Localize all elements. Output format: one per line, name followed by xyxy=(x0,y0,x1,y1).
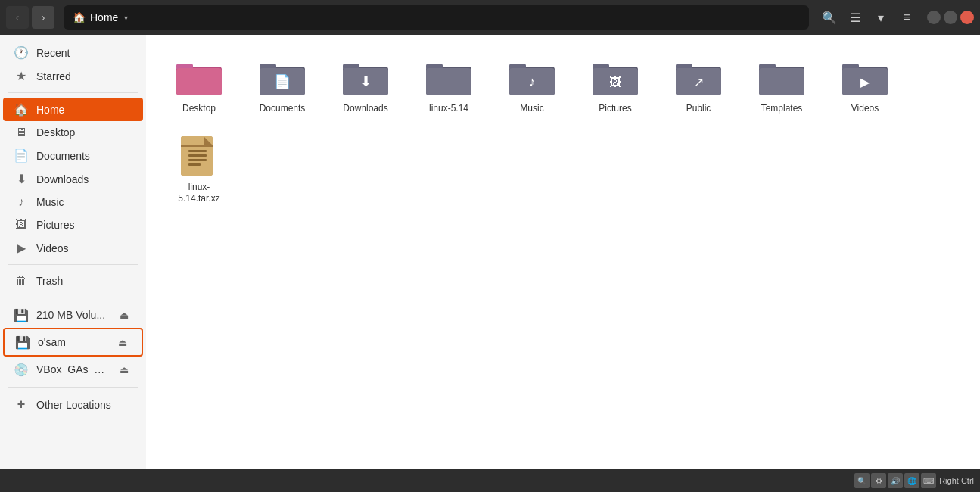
sidebar-item-downloads[interactable]: ⬇ Downloads xyxy=(3,167,143,191)
music-folder-icon: ♪ xyxy=(508,56,556,98)
sidebar-label-pictures: Pictures xyxy=(36,219,132,231)
main-area: 🕐 Recent ★ Starred 🏠 Home 🖥 Desktop xyxy=(0,35,980,469)
sidebar: 🕐 Recent ★ Starred 🏠 Home 🖥 Desktop xyxy=(0,35,146,469)
forward-button[interactable]: › xyxy=(32,6,54,29)
sidebar-item-desktop[interactable]: 🖥 Desktop xyxy=(3,121,143,144)
sidebar-label-other-locations: Other Locations xyxy=(36,399,132,411)
videos-nav-icon: ▶ xyxy=(14,241,29,255)
sidebar-label-osam: o'sam xyxy=(38,336,107,348)
desktop-nav-icon: 🖥 xyxy=(14,126,29,139)
videos-folder-icon: ▶ xyxy=(841,56,889,98)
view-toggle-button[interactable]: ☰ xyxy=(844,6,866,29)
menu-button[interactable]: ≡ xyxy=(895,6,918,29)
file-item-desktop[interactable]: Desktop xyxy=(161,50,237,121)
drive-vbox-icon: 💿 xyxy=(14,363,29,377)
sidebar-item-starred[interactable]: ★ Starred xyxy=(3,64,143,88)
add-location-icon: + xyxy=(14,397,29,413)
eject-osam-button[interactable]: ⏏ xyxy=(114,334,131,350)
linux-514-folder-icon xyxy=(425,56,473,98)
pictures-nav-icon: 🖼 xyxy=(14,218,29,232)
forward-icon: › xyxy=(42,11,45,23)
maximize-button[interactable] xyxy=(944,11,957,24)
music-file-label: Music xyxy=(520,103,543,115)
svg-rect-40 xyxy=(188,163,201,166)
file-item-documents[interactable]: 📄 Documents xyxy=(244,50,320,121)
desktop-folder-icon xyxy=(175,56,223,98)
documents-nav-icon: 📄 xyxy=(14,148,29,163)
downloads-nav-icon: ⬇ xyxy=(14,172,29,186)
linux-514-file-label: linux-5.14 xyxy=(429,103,468,115)
file-item-videos[interactable]: ▶ Videos xyxy=(827,50,903,121)
music-nav-icon: ♪ xyxy=(14,195,29,209)
sidebar-drive-210mb[interactable]: 💾 210 MB Volu... ⏏ xyxy=(3,302,143,328)
view-list-icon: ☰ xyxy=(850,11,860,25)
search-button[interactable]: 🔍 xyxy=(818,6,841,29)
sidebar-label-music: Music xyxy=(36,196,132,208)
location-text: Home xyxy=(90,11,118,23)
documents-file-label: Documents xyxy=(260,103,306,115)
taskbar-icon-4: 🌐 xyxy=(904,473,919,488)
drive-osam-icon: 💾 xyxy=(15,335,30,350)
drive-210mb-icon: 💾 xyxy=(14,308,29,322)
back-icon: ‹ xyxy=(16,11,20,23)
file-item-templates[interactable]: Templates xyxy=(744,50,820,121)
close-button[interactable] xyxy=(960,11,974,24)
file-item-downloads[interactable]: ⬇ Downloads xyxy=(328,50,403,121)
back-button[interactable]: ‹ xyxy=(6,6,29,29)
sidebar-label-210mb: 210 MB Volu... xyxy=(36,309,108,321)
eject-210mb-button[interactable]: ⏏ xyxy=(116,307,132,323)
eject-vbox-button[interactable]: ⏏ xyxy=(116,361,132,378)
sidebar-item-videos[interactable]: ▶ Videos xyxy=(3,236,143,260)
sidebar-label-starred: Starred xyxy=(36,70,132,83)
sidebar-label-home: Home xyxy=(36,104,132,116)
pictures-file-label: Pictures xyxy=(599,103,631,115)
sidebar-item-documents[interactable]: 📄 Documents xyxy=(3,144,143,167)
public-folder-icon: ↗ xyxy=(674,56,723,98)
documents-folder-icon: 📄 xyxy=(258,56,306,98)
chevron-down-icon: ▾ xyxy=(124,14,128,22)
sidebar-places: 🏠 Home 🖥 Desktop 📄 Documents ⬇ Downloads… xyxy=(0,98,146,260)
home-icon: 🏠 xyxy=(73,11,86,23)
svg-text:⬇: ⬇ xyxy=(360,74,372,89)
sidebar-label-videos: Videos xyxy=(36,242,132,254)
sidebar-separator-1 xyxy=(8,92,138,93)
titlebar-actions: 🔍 ☰ ▾ ≡ xyxy=(818,6,918,29)
file-item-linux-tar[interactable]: linux-5.14.tar.xz xyxy=(161,129,237,211)
sidebar-item-pictures[interactable]: 🖼 Pictures xyxy=(3,213,143,236)
downloads-folder-icon: ⬇ xyxy=(341,56,390,98)
sidebar-bookmarks: 🕐 Recent ★ Starred xyxy=(0,41,146,88)
sidebar-item-music[interactable]: ♪ Music xyxy=(3,191,143,213)
file-item-music[interactable]: ♪ Music xyxy=(494,50,570,121)
sidebar-item-home[interactable]: 🏠 Home xyxy=(3,98,143,121)
sidebar-item-recent[interactable]: 🕐 Recent xyxy=(3,41,143,64)
svg-rect-28 xyxy=(759,68,804,95)
minimize-button[interactable] xyxy=(927,11,941,24)
sidebar-other-locations[interactable]: + Other Locations xyxy=(3,392,143,417)
sidebar-separator-4 xyxy=(8,387,138,388)
svg-text:▶: ▶ xyxy=(860,76,870,89)
svg-text:♪: ♪ xyxy=(529,74,536,89)
trash-nav-icon: 🗑 xyxy=(14,274,29,288)
sidebar-drive-osam[interactable]: 💾 o'sam ⏏ xyxy=(3,328,143,357)
sort-icon: ▾ xyxy=(878,11,884,25)
videos-file-label: Videos xyxy=(851,103,879,115)
svg-rect-36 xyxy=(181,145,213,147)
sidebar-drive-vbox[interactable]: 💿 VBox_GAs_6.... ⏏ xyxy=(3,357,143,382)
sidebar-label-downloads: Downloads xyxy=(36,173,132,185)
location-bar[interactable]: 🏠 Home ▾ xyxy=(64,5,809,30)
menu-icon: ≡ xyxy=(903,11,910,24)
search-icon: 🔍 xyxy=(822,11,837,25)
sort-button[interactable]: ▾ xyxy=(870,6,892,29)
file-item-linux-514[interactable]: linux-5.14 xyxy=(411,50,487,121)
pictures-folder-icon: 🖼 xyxy=(591,56,639,98)
svg-rect-39 xyxy=(188,159,207,161)
sidebar-label-desktop: Desktop xyxy=(36,126,132,139)
sidebar-item-trash[interactable]: 🗑 Trash xyxy=(3,269,143,292)
svg-rect-38 xyxy=(188,154,207,157)
file-item-public[interactable]: ↗ Public xyxy=(661,50,736,121)
sidebar-separator-2 xyxy=(8,264,138,265)
linux-tar-file-label: linux-5.14.tar.xz xyxy=(167,182,231,205)
svg-rect-37 xyxy=(188,150,207,152)
downloads-file-label: Downloads xyxy=(343,103,387,115)
file-item-pictures[interactable]: 🖼 Pictures xyxy=(577,50,653,121)
